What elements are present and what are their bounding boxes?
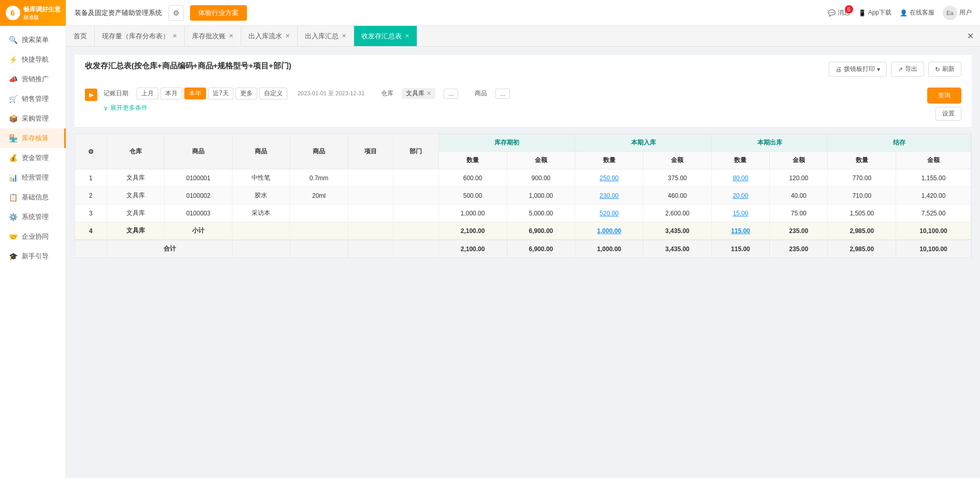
sidebar-item-sales[interactable]: 🛒 销售管理 (0, 89, 66, 109)
row1-out-amt: 120.00 (770, 169, 828, 187)
row2-in-qty[interactable]: 230.00 (575, 187, 643, 205)
row3-out-qty[interactable]: 15.00 (711, 205, 769, 222)
sidebar-item-guide[interactable]: 🎓 新手引导 (0, 247, 66, 266)
chevron-down-icon: ▾ (877, 66, 880, 73)
tab-inout-summary[interactable]: 出入库汇总 ✕ (298, 26, 354, 47)
sidebar-item-finance[interactable]: 💰 资金管理 (0, 148, 66, 168)
row1-warehouse: 文具库 (107, 169, 164, 187)
export-button[interactable]: ↗ 导出 (891, 62, 924, 77)
sidebar-item-operation[interactable]: 📊 经营管理 (0, 168, 66, 187)
col-in-amt-header: 金额 (643, 152, 712, 169)
row1-out-qty[interactable]: 80.00 (711, 169, 769, 187)
sidebar-item-system[interactable]: ⚙️ 系统管理 (0, 207, 66, 227)
date-7days[interactable]: 近7天 (208, 88, 233, 99)
app-download-button[interactable]: 📱 App下载 (858, 8, 891, 17)
box-icon: 📦 (8, 114, 18, 123)
tab-inout-flow-close[interactable]: ✕ (285, 33, 290, 39)
subtotal-empty4 (393, 222, 439, 240)
sidebar-item-marketing[interactable]: 📣 营销推广 (0, 69, 66, 89)
sidebar-item-quick[interactable]: ⚡ 快捷导航 (0, 50, 66, 69)
app-tag: 标准版 (23, 14, 61, 21)
row2-balance-qty: 710.00 (828, 187, 896, 205)
subtotal-out-qty[interactable]: 115.00 (711, 222, 769, 240)
warehouse-more-button[interactable]: ... (444, 89, 458, 99)
tab-batch[interactable]: 库存批次账 ✕ (185, 26, 241, 47)
refresh-button[interactable]: ↻ 刷新 (928, 62, 961, 77)
warehouse-tag-close[interactable]: ✕ (427, 90, 431, 97)
tab-home[interactable]: 首页 (66, 26, 95, 47)
try-industry-button[interactable]: 体验行业方案 (190, 5, 247, 21)
sidebar-item-search[interactable]: 🔍 搜索菜单 (0, 30, 66, 50)
row3-department (393, 205, 439, 222)
tab-inout-summary-close[interactable]: ✕ (342, 33, 346, 39)
row3-opening-qty: 1,000.00 (438, 205, 507, 222)
cart-icon: 🛒 (8, 94, 18, 104)
sidebar-item-basic[interactable]: 📋 基础信息 (0, 187, 66, 207)
row2-out-qty[interactable]: 20.00 (711, 187, 769, 205)
sidebar-item-inventory[interactable]: 🏪 库存核算 (0, 128, 66, 148)
system-name: 装备及固定资产辅助管理系统 (75, 8, 162, 18)
sidebar-item-corp[interactable]: 🤝 企业协同 (0, 227, 66, 247)
col-settings-icon-header[interactable]: ⚙ (75, 134, 107, 169)
goods-more-button[interactable]: ... (495, 89, 510, 99)
subtotal-in-amt: 3,435.00 (643, 222, 712, 240)
tab-recv-send-close[interactable]: ✕ (405, 33, 409, 39)
expand-conditions-button[interactable]: ∨ 展开更多条件 (104, 104, 921, 112)
app-name: 畅库调好生意 (23, 5, 61, 14)
data-table-container: ⚙ 仓库 商品 商品 商品 项目 部门 库存期初 本期入库 本期出库 结存 数量… (75, 134, 972, 258)
expand-row: ∨ 展开更多条件 (104, 104, 921, 112)
col-warehouse-header: 仓库 (107, 134, 164, 169)
row1-balance-qty: 770.00 (828, 169, 896, 187)
subtotal-opening-amt: 6,900.00 (507, 222, 575, 240)
date-prev-month[interactable]: 上月 (137, 88, 158, 99)
tab-stock-close[interactable]: ✕ (172, 33, 177, 39)
user-menu-button[interactable]: Ea 用户 (943, 6, 972, 20)
messages-badge: 6 (845, 5, 853, 13)
messages-button[interactable]: 💬 消息 6 (828, 8, 850, 17)
col-department-header: 部门 (393, 134, 439, 169)
top-header: 装备及固定资产辅助管理系统 ⚙ 体验行业方案 💬 消息 6 📱 App下载 👤 … (66, 0, 980, 26)
warehouse-label: 仓库 (381, 89, 393, 98)
table-row: 3 文具库 0100003 采访本 1,000.00 5,000.00 520.… (75, 205, 971, 222)
date-this-year[interactable]: 本年 (184, 88, 206, 99)
subtotal-out-amt: 235.00 (770, 222, 828, 240)
sidebar-item-purchase[interactable]: 📦 采购管理 (0, 109, 66, 128)
filter-left: 记账日期 上月 本月 本年 近7天 更多 自定义 2023-01-01 至 20… (104, 88, 921, 112)
row3-in-qty[interactable]: 520.00 (575, 205, 643, 222)
filter-toggle-button[interactable]: ▶ (85, 89, 97, 101)
tab-stock[interactable]: 现存量（库存分布表） ✕ (95, 26, 185, 47)
user-avatar: Ea (943, 6, 957, 20)
date-this-month[interactable]: 本月 (160, 88, 182, 99)
col-goods-name-header: 商品 (232, 134, 290, 169)
col-in-qty-header: 数量 (575, 152, 643, 169)
subtotal-empty1 (232, 222, 290, 240)
logo-icon: 6 (6, 6, 20, 20)
tab-batch-close[interactable]: ✕ (229, 33, 233, 39)
tab-bar: 首页 现存量（库存分布表） ✕ 库存批次账 ✕ 出入库流水 ✕ 出入库汇总 ✕ … (66, 26, 980, 47)
system-settings-button[interactable]: ⚙ (168, 5, 184, 21)
subtotal-in-qty[interactable]: 1,000.00 (575, 222, 643, 240)
tab-recv-send[interactable]: 收发存汇总表 ✕ (354, 26, 417, 47)
settings-button[interactable]: 设置 (935, 107, 961, 121)
gear-icon: ⚙️ (8, 212, 18, 222)
search-icon: 🔍 (8, 35, 18, 45)
row2-department (393, 187, 439, 205)
megaphone-icon: 📣 (8, 75, 18, 84)
export-icon: ↗ (898, 66, 903, 73)
col-opening-qty-header: 数量 (438, 152, 507, 169)
row2-warehouse: 文具库 (107, 187, 164, 205)
col-balance-qty-header: 数量 (828, 152, 896, 169)
date-custom[interactable]: 自定义 (259, 88, 287, 99)
footer-empty (75, 240, 107, 257)
tab-bar-close-all[interactable]: ✕ (961, 31, 980, 41)
row3-goods-code: 0100003 (164, 205, 232, 222)
row1-opening-qty: 600.00 (438, 169, 507, 187)
query-button[interactable]: 查询 (927, 88, 961, 104)
tab-inout-flow[interactable]: 出入库流水 ✕ (241, 26, 298, 47)
online-service-button[interactable]: 👤 在线客服 (900, 8, 934, 17)
date-more[interactable]: 更多 (236, 88, 257, 99)
row1-in-qty[interactable]: 250.00 (575, 169, 643, 187)
col-balance-group-header: 结存 (828, 134, 971, 152)
logo-area: 6 畅库调好生意 标准版 (0, 0, 66, 26)
print-button[interactable]: 🖨 拨镜板打印 ▾ (829, 62, 887, 77)
